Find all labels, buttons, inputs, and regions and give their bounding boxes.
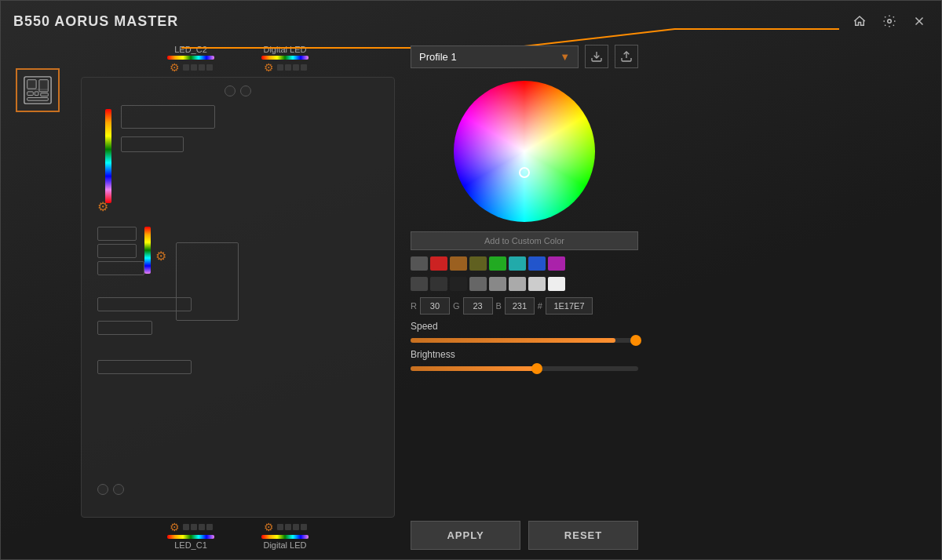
swatch[interactable]	[548, 277, 565, 291]
hex-hash-label: #	[538, 301, 542, 311]
mb-diagram: ⚙ ⚙	[81, 77, 395, 518]
mb-component-slot3	[97, 321, 152, 335]
rgb-strip-mid	[144, 227, 151, 274]
rgb-inputs: R G B #	[411, 297, 638, 315]
digital-led-bottom-dots	[277, 524, 307, 530]
center-panel: LED_C2 ⚙ Digital LED	[73, 45, 403, 550]
window-controls	[850, 12, 929, 31]
mb-component-ram1	[97, 227, 137, 241]
brightness-slider[interactable]	[411, 366, 638, 371]
swatch[interactable]	[469, 277, 487, 291]
close-button[interactable]	[910, 12, 929, 31]
swatch[interactable]	[469, 256, 487, 271]
led-dot	[199, 524, 205, 530]
led-c2-gear-icon[interactable]: ⚙	[170, 61, 180, 74]
swatch[interactable]	[450, 256, 467, 271]
speed-fill	[411, 338, 615, 343]
led-dot	[277, 64, 283, 71]
swatch[interactable]	[411, 277, 428, 291]
led-c1-gear-icon[interactable]: ⚙	[170, 521, 180, 533]
swatch[interactable]	[548, 256, 565, 271]
svg-rect-5	[27, 92, 34, 96]
profile-arrow-icon: ▼	[560, 51, 570, 63]
digital-led-top-gear-icon[interactable]: ⚙	[264, 61, 274, 74]
mb-circle	[225, 85, 236, 96]
mb-circle	[240, 85, 251, 96]
digital-led-bottom-bar	[261, 535, 309, 539]
swatches-row-2	[411, 277, 638, 291]
led-dot	[285, 64, 291, 71]
r-label: R	[411, 301, 417, 311]
mb-component-ram3	[97, 261, 144, 275]
right-panel: Profile 1 ▼	[411, 45, 638, 550]
brightness-thumb[interactable]	[531, 363, 542, 374]
home-button[interactable]	[850, 12, 869, 31]
swatch[interactable]	[489, 277, 506, 291]
digital-led-top-bar	[261, 56, 309, 60]
swatch[interactable]	[430, 277, 447, 291]
led-labels-bottom: ⚙ LED_C1 ⚙	[73, 521, 403, 550]
mb-circle	[113, 484, 124, 495]
brightness-label: Brightness	[411, 349, 638, 360]
svg-rect-6	[27, 98, 49, 101]
digital-led-bottom-controls: ⚙	[264, 521, 307, 533]
title-bar: B550 AORUS MASTER	[1, 1, 941, 42]
swatch[interactable]	[509, 277, 526, 291]
led-c2-controls: ⚙	[170, 61, 213, 74]
device-card[interactable]	[16, 68, 60, 112]
led-dot	[199, 64, 205, 71]
digital-led-bottom-group: ⚙ Digital LED	[261, 521, 309, 550]
apply-button[interactable]: APPLY	[411, 521, 520, 550]
rgb-strip-mid-gear-icon[interactable]: ⚙	[155, 249, 166, 264]
svg-rect-10	[41, 93, 49, 96]
swatch[interactable]	[528, 277, 546, 291]
led-dot	[206, 524, 213, 530]
app-title: B550 AORUS MASTER	[13, 13, 178, 30]
swatch[interactable]	[528, 256, 546, 271]
svg-rect-9	[35, 92, 38, 96]
g-input[interactable]	[463, 297, 493, 315]
color-wheel-container	[411, 81, 638, 222]
led-dot	[183, 524, 189, 530]
mb-circles-bottom	[97, 484, 124, 495]
svg-rect-7	[39, 80, 48, 92]
b-input[interactable]	[505, 297, 535, 315]
led-dot	[301, 64, 307, 71]
add-custom-color-button[interactable]: Add to Custom Color	[411, 231, 638, 250]
led-c1-group: ⚙ LED_C1	[167, 521, 214, 550]
digital-led-top-controls: ⚙	[264, 61, 307, 74]
led-dot	[301, 524, 307, 530]
hex-input[interactable]	[546, 297, 593, 315]
r-input[interactable]	[420, 297, 450, 315]
speed-slider[interactable]	[411, 338, 638, 343]
bottom-buttons: APPLY RESET	[411, 513, 638, 550]
led-c2-bar	[167, 56, 214, 60]
b-label: B	[496, 301, 502, 311]
color-wheel-cursor[interactable]	[519, 167, 530, 178]
led-c2-dots	[183, 64, 213, 71]
led-c1-controls: ⚙	[170, 521, 213, 533]
swatch[interactable]	[489, 256, 506, 271]
swatch[interactable]	[430, 256, 447, 271]
rgb-strip-left-gear-icon[interactable]: ⚙	[97, 199, 108, 214]
profile-select[interactable]: Profile 1 ▼	[411, 45, 579, 68]
swatch[interactable]	[411, 256, 428, 271]
led-c1-bar	[167, 535, 214, 539]
led-dot	[277, 524, 283, 530]
settings-button[interactable]	[880, 12, 899, 31]
speed-thumb[interactable]	[630, 335, 641, 346]
speed-label: Speed	[411, 321, 638, 332]
brightness-fill	[411, 366, 536, 371]
swatch[interactable]	[509, 256, 526, 271]
swatch[interactable]	[450, 277, 467, 291]
speed-section: Speed	[411, 321, 638, 343]
mb-circle	[97, 484, 108, 495]
swatches-row-1	[411, 256, 638, 271]
reset-button[interactable]: RESET	[528, 521, 638, 550]
color-wheel[interactable]	[454, 81, 595, 222]
digital-led-bottom-gear-icon[interactable]: ⚙	[264, 521, 274, 533]
rgb-strip-left	[105, 109, 111, 203]
mb-component-slot1	[121, 136, 184, 152]
left-sidebar	[10, 45, 65, 550]
digital-led-top-dots	[277, 64, 307, 71]
